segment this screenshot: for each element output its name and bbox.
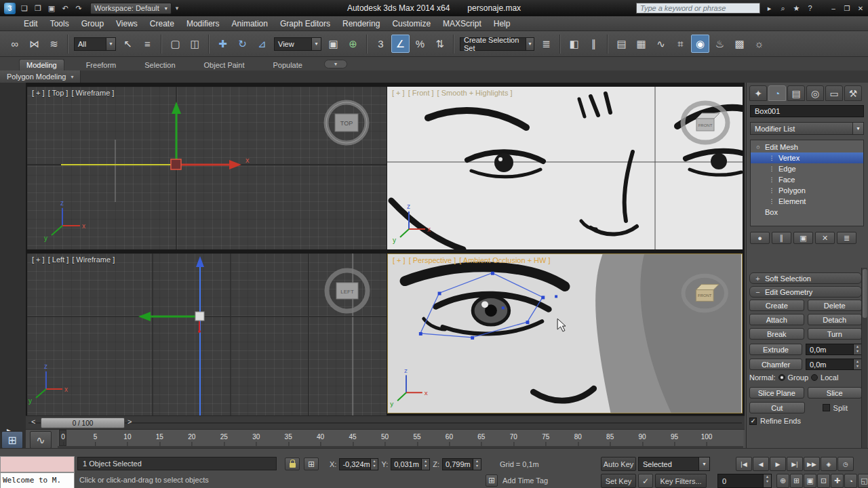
go-to-start-button[interactable]: |◀ xyxy=(736,457,752,471)
go-to-end-button[interactable]: ▶▶ xyxy=(804,457,820,471)
menu-graph-editors[interactable]: Graph Editors xyxy=(274,16,336,31)
stack-item-box[interactable]: Box xyxy=(751,207,863,218)
zoom-button[interactable]: ⊕ xyxy=(776,474,789,488)
viewport-shading[interactable]: [ Wireframe ] xyxy=(72,256,115,264)
viewcube-top[interactable]: TOP xyxy=(326,102,367,143)
tab-modify[interactable]: ◔ xyxy=(768,85,786,101)
chamfer-button[interactable]: Chamfer xyxy=(749,359,802,370)
redo-icon[interactable]: ↷ xyxy=(73,2,85,14)
select-object-icon[interactable]: ↖ xyxy=(119,35,137,53)
configure-modifier-sets-button[interactable]: ≣ xyxy=(837,232,856,244)
workspace-dropdown[interactable]: Workspace: Default ▾ xyxy=(90,3,172,14)
viewport-shading[interactable]: [ Smooth + Highlights ] xyxy=(437,89,513,97)
slice-button[interactable]: Slice xyxy=(808,387,863,399)
macro-recorder-pane[interactable] xyxy=(0,456,75,472)
spinner-down-icon[interactable]: ▾ xyxy=(371,464,378,468)
delete-button[interactable]: Delete xyxy=(808,300,863,311)
rendered-frame-window-icon[interactable]: ▩ xyxy=(730,35,749,53)
percent-snap-toggle-icon[interactable]: % xyxy=(411,35,429,53)
viewport-menu-plus[interactable]: [ + ] xyxy=(32,89,45,97)
viewcube-left[interactable]: LEFT xyxy=(327,270,368,311)
mirror-icon[interactable]: ◧ xyxy=(565,35,583,53)
polygon-modeling-panel[interactable]: Polygon Modeling ▾ xyxy=(0,70,81,83)
split-checkbox[interactable] xyxy=(823,404,830,411)
infocenter-expand-icon[interactable]: ▸ xyxy=(764,3,774,14)
auto-key-button[interactable]: Auto Key xyxy=(601,457,636,471)
selection-lock-button[interactable] xyxy=(285,458,300,470)
z-coordinate-field[interactable]: 0,799m ▴▾ xyxy=(442,458,481,470)
select-and-manipulate-icon[interactable]: ⊕ xyxy=(344,35,362,53)
viewport-front[interactable]: FRONT z x y [ + ] [ Front ] [ Smooth + H… xyxy=(387,87,743,249)
next-frame-button[interactable]: ▶| xyxy=(787,457,803,471)
chamfer-amount-field[interactable]: 0,0m ▴ ▾ xyxy=(806,359,862,370)
ribbon-minimize-toggle[interactable]: ▾ xyxy=(324,60,347,68)
time-slider-handle[interactable]: 0 / 100 xyxy=(41,418,125,428)
viewport-label[interactable]: [ + ] [ Front ] [ Smooth + Highlights ] xyxy=(392,89,513,97)
menu-customize[interactable]: Customize xyxy=(386,16,437,31)
slice-plane-button[interactable]: Slice Plane xyxy=(749,387,804,399)
panel-scrollbar[interactable] xyxy=(861,268,867,448)
render-setup-icon[interactable]: ♨ xyxy=(711,35,729,53)
render-production-icon[interactable]: ☼ xyxy=(750,35,768,53)
search-input[interactable] xyxy=(636,3,760,14)
scrollbar-thumb[interactable] xyxy=(863,269,867,318)
make-unique-button[interactable]: ▣ xyxy=(793,232,813,244)
normal-group-radio[interactable] xyxy=(778,374,785,381)
move-gizmo[interactable] xyxy=(138,256,204,415)
extrude-amount-field[interactable]: 0,0m ▴ ▾ xyxy=(806,344,862,355)
ribbon-tab-selection[interactable]: Selection xyxy=(138,60,182,70)
unlink-selection-icon[interactable]: ⋈ xyxy=(25,35,43,53)
key-mode-toggle-button[interactable]: ◈ xyxy=(821,457,837,471)
menu-maxscript[interactable]: MAXScript xyxy=(437,16,488,31)
tab-motion[interactable]: ◎ xyxy=(806,85,824,101)
current-frame-field[interactable]: 0 ▴▾ xyxy=(717,474,772,488)
layer-manager-icon[interactable]: ▤ xyxy=(612,35,631,53)
spinner-arrows[interactable]: ▴ ▾ xyxy=(853,344,861,354)
use-pivot-point-icon[interactable]: ▣ xyxy=(324,35,342,53)
object-name-field[interactable] xyxy=(750,105,864,117)
ribbon-tab-object-paint[interactable]: Object Paint xyxy=(197,60,252,70)
align-icon[interactable]: ∥ xyxy=(585,35,603,53)
track-bar[interactable]: 0510152025303540455055606570758085909510… xyxy=(26,429,745,448)
application-menu-button[interactable]: 3 xyxy=(4,3,16,14)
search-icon[interactable]: ⌕ xyxy=(778,3,788,14)
normal-local-radio[interactable] xyxy=(811,374,818,381)
menu-tools[interactable]: Tools xyxy=(44,16,75,31)
stack-item-polygon[interactable]: ⋮Polygon xyxy=(751,185,863,196)
show-end-result-button[interactable]: ∥ xyxy=(772,232,791,244)
ribbon-tab-modeling[interactable]: Modeling xyxy=(19,59,64,70)
quick-access-overflow-icon[interactable]: ▾ xyxy=(176,5,179,12)
create-button[interactable]: Create xyxy=(749,300,804,311)
previous-frame-button[interactable]: ◀ xyxy=(753,457,769,471)
remove-modifier-button[interactable]: ✕ xyxy=(815,232,835,244)
menu-rendering[interactable]: Rendering xyxy=(336,16,386,31)
menu-modifiers[interactable]: Modifiers xyxy=(180,16,226,31)
ribbon-tab-populate[interactable]: Populate xyxy=(266,60,309,70)
spinner-down-icon[interactable]: ▾ xyxy=(422,464,429,468)
viewport-left[interactable]: LEFT z x y [ + ] [ Left ] [ Wireframe ] xyxy=(27,253,387,415)
maxscript-mini-listener[interactable]: Welcome to M. xyxy=(0,472,75,488)
stack-item-edge[interactable]: ⋮Edge xyxy=(751,163,863,174)
select-and-move-icon[interactable]: ✚ xyxy=(214,35,232,53)
angle-snap-toggle-icon[interactable]: ∠ xyxy=(391,35,410,53)
viewport-top[interactable]: x TOP z x y [ + ] [ Top ] [ Wireframe ] xyxy=(27,87,387,249)
close-button[interactable]: ✕ xyxy=(856,5,865,12)
break-button[interactable]: Break xyxy=(749,328,804,340)
cut-button[interactable]: Cut xyxy=(749,402,805,413)
rectangular-selection-region-icon[interactable]: ▢ xyxy=(166,35,184,53)
window-crossing-icon[interactable]: ◫ xyxy=(186,35,204,53)
previous-frame-arrow[interactable]: < xyxy=(31,418,35,426)
viewport-menu-plus[interactable]: [ + ] xyxy=(393,256,406,264)
zoom-extents-button[interactable]: ▣ xyxy=(804,474,816,488)
open-file-icon[interactable]: ❐ xyxy=(32,2,44,14)
selection-filter-dropdown[interactable]: All▾ xyxy=(74,37,116,51)
stack-item-vertex[interactable]: ⋮Vertex xyxy=(751,152,863,163)
pin-stack-button[interactable]: ● xyxy=(750,232,770,244)
pan-button[interactable]: ✚ xyxy=(831,474,844,488)
move-gizmo[interactable]: x xyxy=(171,102,250,169)
soft-selection-rollout[interactable]: + Soft Selection xyxy=(749,272,862,284)
maximize-viewport-button[interactable]: ◱ xyxy=(858,474,868,488)
time-configuration-button[interactable]: ◷ xyxy=(837,457,854,471)
edit-geometry-rollout[interactable]: − Edit Geometry xyxy=(749,286,862,298)
spinner-arrows[interactable]: ▴▾ xyxy=(370,459,378,470)
